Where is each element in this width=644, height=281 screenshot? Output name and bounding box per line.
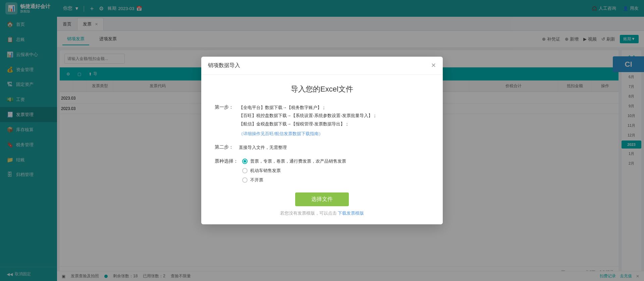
ticket-section: 票种选择： 普票，专票，卷票，通行费发票，农产品销售发票 机动车销售发票 (215, 158, 429, 183)
radio-circle-1 (242, 159, 248, 164)
step1-line3: 【航信】金税盘数据下载→【报税管理-发票数据导出】； (239, 120, 377, 128)
select-file-button[interactable]: 选择文件 (295, 192, 349, 206)
dialog-body: 导入您的Excel文件 第一步： 【全电平台】数据下载→【税务数字账户】； 【百… (201, 75, 443, 224)
radio-label-1: 普票，专票，卷票，通行费发票，农产品销售发票 (250, 158, 346, 164)
dialog-overlay: 销项数据导入 ✕ 导入您的Excel文件 第一步： 【全电平台】数据下载→【税务… (0, 0, 644, 281)
step1-label: 第一步： (215, 104, 235, 110)
step2-row: 第二步： 直接导入文件，无需整理 (215, 144, 429, 152)
radio-option-2[interactable]: 机动车销售发票 (242, 168, 346, 174)
step1-guide-link[interactable]: （详细操作见百旺/航信发票数据下载指南） (239, 131, 323, 136)
ticket-row: 票种选择： 普票，专票，卷票，通行费发票，农产品销售发票 机动车销售发票 (215, 158, 429, 183)
step1-link-row: （详细操作见百旺/航信发票数据下载指南） (239, 130, 377, 138)
radio-label-3: 不开票 (250, 177, 263, 183)
dialog-title: 销项数据导入 (208, 62, 240, 69)
dialog-header: 销项数据导入 ✕ (201, 57, 443, 75)
step1-content: 【全电平台】数据下载→【税务数字账户】； 【百旺】税控盘数据下载→【系统设置-系… (239, 104, 377, 138)
radio-group: 普票，专票，卷票，通行费发票，农产品销售发票 机动车销售发票 不开票 (242, 158, 346, 183)
step1-line2: 【百旺】税控盘数据下载→【系统设置-系统参数设置-发票批量导入】； (239, 112, 377, 120)
download-tip-text: 若您没有发票模版，可以点击 (280, 211, 337, 216)
step1-row: 第一步： 【全电平台】数据下载→【税务数字账户】； 【百旺】税控盘数据下载→【系… (215, 104, 429, 138)
step2-label: 第二步： (215, 144, 235, 150)
radio-circle-2 (242, 168, 248, 173)
ticket-label: 票种选择： (215, 158, 238, 164)
import-dialog: 销项数据导入 ✕ 导入您的Excel文件 第一步： 【全电平台】数据下载→【税务… (201, 57, 443, 224)
dialog-close-button[interactable]: ✕ (431, 62, 436, 68)
radio-circle-3 (242, 177, 248, 183)
download-template-link[interactable]: 下载发票模版 (338, 211, 364, 216)
download-tip: 若您没有发票模版，可以点击 下载发票模版 (215, 210, 429, 216)
radio-label-2: 机动车销售发票 (250, 168, 281, 174)
step1-line1: 【全电平台】数据下载→【税务数字账户】； (239, 104, 377, 112)
import-title: 导入您的Excel文件 (215, 84, 429, 94)
radio-option-3[interactable]: 不开票 (242, 177, 346, 183)
radio-option-1[interactable]: 普票，专票，卷票，通行费发票，农产品销售发票 (242, 158, 346, 164)
step2-content: 直接导入文件，无需整理 (239, 144, 287, 152)
